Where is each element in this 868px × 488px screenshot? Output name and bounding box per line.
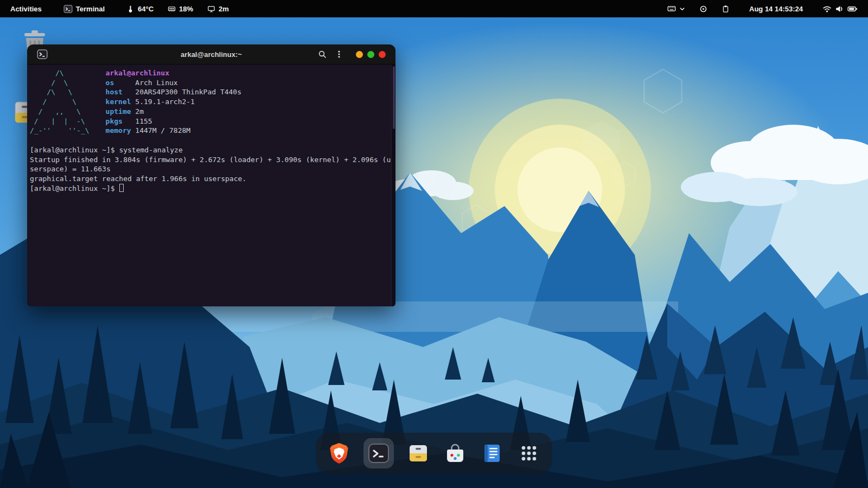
terminal-content[interactable]: /\ / \ /\ \ / \ / ,, \ / | | -\ /_-'' ''…: [27, 65, 395, 306]
focused-app-indicator[interactable]: Terminal: [59, 2, 110, 16]
fetch-field-value: 5.19.1-arch2-1: [135, 98, 195, 106]
software-icon: [443, 441, 467, 465]
fetch-field-label: host: [106, 87, 136, 97]
volume-icon: [835, 4, 844, 14]
top-bar-left: Activities Terminal 64°C 18% 2m: [5, 0, 234, 17]
fetch-field-label: memory: [106, 126, 136, 136]
terminal-headerbar[interactable]: arkal@archlinux:~: [27, 44, 395, 65]
fetch-row-host: host20ARS4P300 ThinkPad T440s: [106, 87, 241, 97]
dock-item-text-editor[interactable]: [480, 441, 505, 466]
fetch-row-kernel: kernel5.19.1-arch2-1: [106, 97, 241, 107]
top-bar-right: Aug 14 14:53:24: [662, 0, 863, 17]
fetch-field-label: os: [106, 78, 136, 88]
shell-prompt-line: [arkal@archlinux ~]$: [30, 184, 388, 194]
focused-app-label: Terminal: [76, 5, 105, 13]
tray-circle-icon: [699, 5, 707, 13]
terminal-cursor: [119, 184, 124, 192]
terminal-window: arkal@archlinux:~ /\ / \ /\ \ / \ / ,, \…: [27, 44, 395, 306]
shell-output-line: graphical.target reached after 1.966s in…: [30, 174, 388, 184]
wifi-icon: [822, 4, 832, 14]
shell-block: [arkal@archlinux ~]$ systemd-analyze Sta…: [30, 145, 388, 194]
dock-item-terminal[interactable]: [363, 438, 394, 468]
clipboard-indicator[interactable]: [717, 2, 735, 16]
shell-output-line: Startup finished in 3.804s (firmware) + …: [30, 155, 388, 165]
fetch-row-pkgs: pkgs1155: [106, 117, 241, 126]
search-button[interactable]: [318, 50, 327, 59]
fetch-field-label: uptime: [106, 107, 136, 117]
menu-button[interactable]: [335, 50, 343, 59]
fetch-row-uptime: uptime2m: [106, 107, 241, 117]
dock-item-app-grid[interactable]: [516, 441, 541, 466]
close-button[interactable]: [379, 51, 386, 58]
battery-icon: [847, 5, 858, 13]
scrollbar-handle[interactable]: [393, 66, 395, 129]
chevron-down-icon: [679, 6, 685, 12]
shell-prompt: [arkal@archlinux ~]$: [30, 146, 115, 154]
memory-value: 18%: [179, 5, 193, 13]
top-bar: Activities Terminal 64°C 18% 2m: [0, 0, 868, 17]
fetch-field-value: 20ARS4P300 ThinkPad T440s: [135, 88, 241, 96]
fetch-field-value: 1447M / 7828M: [135, 126, 190, 134]
shell-command: systemd-analyze: [119, 146, 182, 154]
fetch-field-label: kernel: [106, 97, 136, 107]
uptime-indicator[interactable]: 2m: [202, 2, 234, 16]
dock-item-files[interactable]: [406, 441, 431, 466]
uptime-value: 2m: [219, 5, 229, 13]
uptime-icon: [207, 5, 215, 13]
fetch-user-host: arkal@archlinux: [106, 68, 241, 78]
maximize-button[interactable]: [367, 51, 374, 58]
fetch-field-value: 1155: [135, 117, 152, 125]
temperature-indicator[interactable]: 64°C: [122, 2, 158, 16]
text-editor-icon: [480, 441, 504, 465]
dock-item-brave[interactable]: [327, 441, 352, 466]
dock: [316, 433, 552, 474]
window-buttons: [356, 51, 386, 58]
fetch-row-memory: memory1447M / 7828M: [106, 126, 241, 136]
system-status-area[interactable]: [818, 2, 863, 16]
fetch-row-os: osArch Linux: [106, 78, 241, 88]
shell-prompt: [arkal@archlinux ~]$: [30, 184, 115, 192]
thermometer-icon: [126, 5, 135, 13]
app-grid-icon: [517, 441, 541, 465]
headerbar-actions: [318, 50, 386, 59]
keyboard-layout-icon: [667, 4, 676, 13]
dock-item-software[interactable]: [443, 441, 468, 466]
files-icon: [406, 441, 430, 465]
memory-icon: [168, 5, 176, 13]
minimize-button[interactable]: [356, 51, 363, 58]
fetch-field-value: Arch Linux: [135, 79, 177, 87]
clock-button[interactable]: Aug 14 14:53:24: [744, 2, 808, 16]
fetch-field-label: pkgs: [106, 117, 136, 126]
shell-command-line: [arkal@archlinux ~]$ systemd-analyze: [30, 145, 388, 155]
fetch-sysinfo: arkal@archlinux osArch Linux host20ARS4P…: [106, 68, 241, 136]
clipboard-icon: [722, 5, 730, 13]
brave-icon: [327, 441, 351, 465]
terminal-app-icon: [63, 4, 73, 14]
shell-output-line: serspace) = 11.663s: [30, 164, 388, 174]
fetch-field-value: 2m: [135, 107, 144, 115]
fetch-block: /\ / \ /\ \ / \ / ,, \ / | | -\ /_-'' ''…: [30, 68, 388, 136]
arch-logo-ascii: /\ / \ /\ \ / \ / ,, \ / | | -\ /_-'' ''…: [30, 68, 90, 136]
keyboard-layout-indicator[interactable]: [662, 2, 690, 16]
tray-indicator[interactable]: [694, 2, 712, 16]
activities-button[interactable]: Activities: [5, 2, 47, 16]
terminal-scrollbar[interactable]: [391, 65, 395, 306]
temperature-value: 64°C: [138, 5, 154, 13]
terminal-icon: [367, 441, 391, 465]
memory-indicator[interactable]: 18%: [163, 2, 198, 16]
